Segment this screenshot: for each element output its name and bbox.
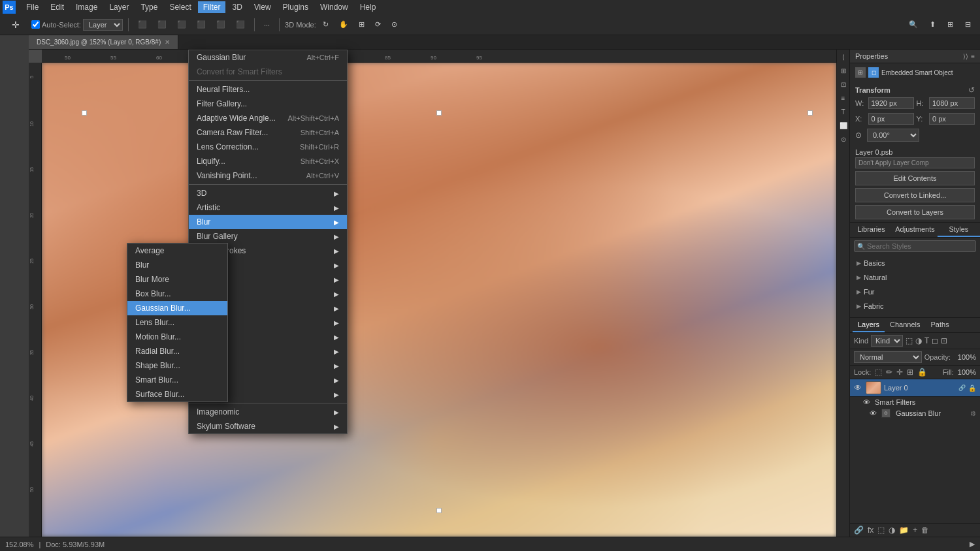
styles-search-input[interactable] xyxy=(867,242,973,250)
expand-arrow[interactable]: ▶ xyxy=(970,540,975,548)
tab-layers[interactable]: Layers xyxy=(853,318,885,332)
align-left[interactable]: ⬛ xyxy=(134,18,151,31)
menu-select[interactable]: Select xyxy=(164,1,196,13)
filter-type-icon[interactable]: T xyxy=(924,336,929,345)
align-bottom[interactable]: ⬛ xyxy=(232,18,249,31)
filter-menu-liquify[interactable]: Liquify... Shift+Ctrl+X xyxy=(189,154,347,168)
menu-edit[interactable]: Edit xyxy=(45,1,69,13)
kind-select[interactable]: Kind xyxy=(871,335,903,347)
filter-menu-neural[interactable]: Neural Filters... xyxy=(189,82,347,97)
filter-adjustment-icon[interactable]: ◑ xyxy=(915,336,922,345)
workspace-button[interactable]: ⊞ xyxy=(943,18,957,31)
extra-options[interactable]: ··· xyxy=(260,19,274,31)
menu-filter[interactable]: Filter xyxy=(198,1,226,13)
menu-view[interactable]: View xyxy=(249,1,276,13)
y-input[interactable] xyxy=(929,113,975,125)
move-tool[interactable]: ✛ xyxy=(5,14,26,35)
properties-menu-icon[interactable]: ≡ xyxy=(971,53,975,60)
layer-row-smart-filters[interactable]: 👁 Smart Filters xyxy=(850,397,980,407)
smart-filters-visibility[interactable]: 👁 xyxy=(863,398,872,406)
dont-apply-dropdown[interactable]: Don't Apply Layer Comp xyxy=(855,157,975,168)
transform-handle-bm[interactable] xyxy=(436,508,442,513)
lock-artboard-icon[interactable]: ✛ xyxy=(896,368,903,377)
blur-sub-lens[interactable]: Lens Blur... xyxy=(127,315,227,330)
blur-sub-blur[interactable]: Blur xyxy=(127,258,227,272)
panel-icon-1[interactable]: ⟨ xyxy=(841,52,846,62)
filter-menu-blur-gallery[interactable]: Blur Gallery ▶ xyxy=(189,229,347,244)
style-group-header-fabric[interactable]: ▶ Fabric xyxy=(854,300,976,312)
filter-menu-gaussian-blur[interactable]: Gaussian Blur Alt+Ctrl+F xyxy=(189,50,347,65)
convert-to-layers-button[interactable]: Convert to Layers xyxy=(855,205,975,219)
transform-handle-tm[interactable] xyxy=(436,110,442,116)
style-group-header-basics[interactable]: ▶ Basics xyxy=(854,257,976,269)
filter-menu-imagenomic[interactable]: Imagenomic ▶ xyxy=(189,405,347,419)
convert-to-linked-button[interactable]: Convert to Linked... xyxy=(855,188,975,202)
lock-paint-icon[interactable]: ✏ xyxy=(886,368,892,377)
menu-file[interactable]: File xyxy=(21,1,44,13)
tab-libraries[interactable]: Libraries xyxy=(850,223,892,237)
3d-rotate[interactable]: ↻ xyxy=(319,18,333,31)
align-top[interactable]: ⬛ xyxy=(193,18,210,31)
tab-channels[interactable]: Channels xyxy=(885,318,925,332)
gaussian-blur-fx-icon[interactable]: ⚙ xyxy=(970,410,976,417)
link-icon[interactable]: 🔗 xyxy=(854,526,864,535)
style-group-header-fur[interactable]: ▶ Fur xyxy=(854,286,976,298)
transform-handle-tl[interactable] xyxy=(82,110,87,116)
folder-icon[interactable]: 📁 xyxy=(899,526,909,535)
share-button[interactable]: ⬆ xyxy=(926,18,939,31)
mask-icon[interactable]: ⬚ xyxy=(877,526,885,535)
menu-layer[interactable]: Layer xyxy=(104,1,134,13)
search-button[interactable]: 🔍 xyxy=(905,18,922,31)
auto-select-checkbox[interactable] xyxy=(31,20,40,29)
width-input[interactable] xyxy=(868,97,914,109)
document-tab[interactable]: DSC_3060.jpg @ 152% (Layer 0, RGB/8#) ✕ xyxy=(29,35,178,49)
new-layer-icon[interactable]: + xyxy=(913,526,917,535)
align-center-h[interactable]: ⬛ xyxy=(154,18,171,31)
filter-menu-3d[interactable]: 3D ▶ xyxy=(189,186,347,200)
blur-sub-average[interactable]: Average xyxy=(127,244,227,258)
blur-sub-surface[interactable]: Surface Blur... xyxy=(127,387,227,401)
height-input[interactable] xyxy=(929,97,975,109)
panel-icon-5[interactable]: T xyxy=(840,107,846,117)
arrange-button[interactable]: ⊟ xyxy=(961,18,975,31)
menu-type[interactable]: Type xyxy=(135,1,163,13)
3d-roll[interactable]: ⊙ xyxy=(387,18,401,31)
tab-adjustments[interactable]: Adjustments xyxy=(892,223,938,237)
menu-plugins[interactable]: Plugins xyxy=(278,1,314,13)
filter-menu-vanishing[interactable]: Vanishing Point... Alt+Ctrl+V xyxy=(189,168,347,183)
blur-sub-motion[interactable]: Motion Blur... xyxy=(127,330,227,344)
lock-all-icon[interactable]: 🔒 xyxy=(917,368,927,377)
adjustment-icon[interactable]: ◑ xyxy=(889,526,895,535)
3d-scale[interactable]: ⟳ xyxy=(371,18,385,31)
layer-row-gaussian-blur[interactable]: 👁 ⊙ Gaussian Blur ⚙ xyxy=(850,407,980,419)
layer-visibility-layer0[interactable]: 👁 xyxy=(854,383,863,392)
delete-layer-icon[interactable]: 🗑 xyxy=(921,526,929,535)
layer-row-layer0[interactable]: 👁 Layer 0 🔗 🔒 xyxy=(850,379,980,397)
transform-handle-tr[interactable] xyxy=(808,110,813,116)
layer-link-icon[interactable]: 🔗 xyxy=(958,385,966,391)
style-group-header-natural[interactable]: ▶ Natural xyxy=(854,272,976,283)
filter-menu-artistic[interactable]: Artistic ▶ xyxy=(189,200,347,215)
align-center-v[interactable]: ⬛ xyxy=(212,18,229,31)
blur-sub-box[interactable]: Box Blur... xyxy=(127,287,227,301)
properties-expand-icon[interactable]: ⟩⟩ xyxy=(963,53,968,60)
blur-sub-radial[interactable]: Radial Blur... xyxy=(127,344,227,358)
menu-window[interactable]: Window xyxy=(315,1,353,13)
lock-position-icon[interactable]: ⊞ xyxy=(907,368,913,377)
filter-menu-camera-raw[interactable]: Camera Raw Filter... Shift+Ctrl+A xyxy=(189,125,347,140)
panel-icon-6[interactable]: ⬜ xyxy=(838,121,849,131)
filter-menu-blur[interactable]: Blur ▶ xyxy=(189,215,347,229)
3d-pan[interactable]: ✋ xyxy=(335,18,352,31)
tab-paths[interactable]: Paths xyxy=(926,318,955,332)
filter-menu-skylum[interactable]: Skylum Software ▶ xyxy=(189,419,347,433)
filter-smart-icon[interactable]: ⊡ xyxy=(941,336,947,345)
blur-sub-blur-more[interactable]: Blur More xyxy=(127,272,227,287)
filter-menu-adaptive[interactable]: Adaptive Wide Angle... Alt+Shift+Ctrl+A xyxy=(189,111,347,125)
angle-input[interactable]: 0.00° xyxy=(867,129,919,142)
menu-image[interactable]: Image xyxy=(71,1,103,13)
filter-pixel-icon[interactable]: ⬚ xyxy=(906,336,913,345)
filter-shape-icon[interactable]: ◻ xyxy=(932,336,938,345)
3d-slide[interactable]: ⊞ xyxy=(355,18,368,31)
panel-icon-3[interactable]: ⊡ xyxy=(840,80,847,89)
gaussian-blur-visibility[interactable]: 👁 xyxy=(870,409,879,417)
